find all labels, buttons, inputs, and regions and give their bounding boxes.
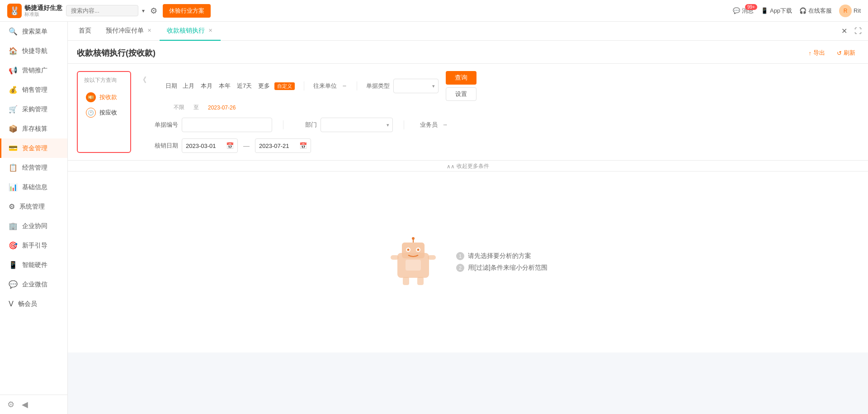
date-label: 日期 <box>155 82 177 90</box>
online-service-btn[interactable]: 🎧 在线客服 <box>799 7 832 15</box>
empty-tip-2: 2 用[过滤]条件来缩小分析范围 <box>456 264 547 272</box>
sidebar-settings-icon[interactable]: ⚙ <box>7 400 14 409</box>
docnum-input[interactable] <box>182 118 272 132</box>
doctype-select[interactable] <box>393 79 439 93</box>
brand-name: 畅捷通好生意 <box>24 4 62 12</box>
divider <box>304 81 304 90</box>
sidebar-item-enterprise[interactable]: 🏢 企业协同 <box>0 216 67 236</box>
dept-select-wrap <box>321 118 393 132</box>
hardware-icon: 📱 <box>9 261 18 269</box>
dropdown-btn[interactable]: ▾ <box>142 8 145 14</box>
query-type-by-receivable[interactable]: 🕐 按应收 <box>84 105 124 120</box>
sidebar-item-sales[interactable]: 💰 销售管理 <box>0 80 67 100</box>
refresh-label: 刷新 <box>844 49 855 57</box>
partner-ellipsis-btn[interactable]: ··· <box>340 82 347 90</box>
svg-point-4 <box>407 249 410 251</box>
verify-date-end-wrap: 📅 <box>255 138 311 153</box>
partner-label: 往来单位 <box>313 82 337 90</box>
divider2 <box>357 81 357 90</box>
collapse-more-row: ∧∧ 收起更多条件 <box>68 161 868 171</box>
tab-prepay[interactable]: 预付冲应付单 ✕ <box>99 22 160 41</box>
receipt-icon: 💴 <box>86 92 96 102</box>
tab-collection-close[interactable]: ✕ <box>208 27 213 34</box>
sidebar-item-wechat[interactable]: 💬 企业微信 <box>0 275 67 294</box>
salesperson-ellipsis-btn[interactable]: ··· <box>441 121 448 129</box>
sidebar-collapse-icon[interactable]: ◀ <box>22 400 28 409</box>
sidebar-item-label: 搜索菜单 <box>22 28 47 36</box>
empty-tip-1: 1 请先选择要分析的方案 <box>456 252 531 260</box>
panel-collapse-btn[interactable]: 《 <box>138 75 147 86</box>
sidebar-item-label: 资金管理 <box>22 144 47 152</box>
tab-prepay-close[interactable]: ✕ <box>146 27 152 34</box>
sidebar-item-operation[interactable]: 📋 经营管理 <box>0 158 67 177</box>
messages-btn[interactable]: 💬 消息 99+ <box>733 7 754 15</box>
collapse-more-label: 收起更多条件 <box>457 162 489 170</box>
messages-badge: 99+ <box>745 4 757 10</box>
svg-rect-1 <box>402 243 425 258</box>
basic-info-icon: 📊 <box>9 183 18 191</box>
logo-text: 畅捷通好生意 标准版 <box>24 4 62 18</box>
chevron-up-icon: ∧∧ <box>447 163 455 170</box>
date-to-label: 至 <box>193 104 199 111</box>
export-btn[interactable]: ↑ 导出 <box>805 47 829 59</box>
marketing-icon: 📢 <box>9 66 18 75</box>
industry-btn[interactable]: 休验行业方案 <box>163 4 211 18</box>
dept-label: 部门 <box>294 121 317 129</box>
date-more-btn[interactable]: 更多 <box>256 81 272 91</box>
tab-maximize-btn[interactable]: ⛶ <box>852 25 864 37</box>
sidebar-item-vip[interactable]: Ⅴ 畅会员 <box>0 294 67 314</box>
settings-icon[interactable]: ⚙ <box>148 4 159 18</box>
user-profile[interactable]: R Rit <box>839 5 861 17</box>
partner-filter-item: 往来单位 ··· <box>313 82 347 90</box>
filter-form: 日期 上月 本月 本年 近7天 更多 自定义 <box>155 71 859 153</box>
sidebar-item-quick-nav[interactable]: 🏠 快捷导航 <box>0 41 67 61</box>
verify-date-filter-item: 核销日期 📅 — 📅 <box>155 138 311 153</box>
logo-icon: 🐰 <box>7 4 22 18</box>
user-name: Rit <box>854 7 861 14</box>
sidebar-item-label: 库存核算 <box>22 125 47 133</box>
date-custom-badge[interactable]: 自定义 <box>274 82 295 90</box>
svg-point-5 <box>417 249 420 251</box>
date-last-month-btn[interactable]: 上月 <box>181 81 196 91</box>
dept-filter-item: 部门 <box>294 118 393 132</box>
app-download-btn[interactable]: 📱 App下载 <box>761 7 792 15</box>
sidebar-item-purchase[interactable]: 🛒 采购管理 <box>0 100 67 119</box>
sidebar-item-inventory[interactable]: 📦 库存核算 <box>0 119 67 138</box>
sidebar-item-marketing[interactable]: 📢 营销推广 <box>0 61 67 80</box>
verify-date-end-input[interactable] <box>259 143 297 149</box>
tab-collection[interactable]: 收款核销执行 ✕ <box>160 22 221 41</box>
sidebar-item-hardware[interactable]: 📱 智能硬件 <box>0 255 67 275</box>
sidebar-item-fund[interactable]: 💳 资金管理 <box>0 138 67 158</box>
sidebar-item-label: 企业微信 <box>22 281 47 289</box>
sidebar-item-guide[interactable]: 🎯 新手引导 <box>0 236 67 255</box>
svg-rect-10 <box>391 255 399 260</box>
message-icon: 💬 <box>733 7 740 14</box>
sidebar: 🔍 搜索菜单 🏠 快捷导航 📢 营销推广 💰 销售管理 🛒 采购管理 📦 库存核… <box>0 22 68 414</box>
date-nolimit-row: 不限 至 2023-07-26 <box>155 104 859 111</box>
main-layout: 🔍 搜索菜单 🏠 快捷导航 📢 营销推广 💰 销售管理 🛒 采购管理 📦 库存核… <box>0 22 868 414</box>
page-header: 收款核销执行(按收款) ↑ 导出 ↺ 刷新 <box>68 41 868 64</box>
date-this-month-btn[interactable]: 本月 <box>199 81 214 91</box>
guide-icon: 🎯 <box>9 241 18 250</box>
verify-date-start-input[interactable] <box>186 143 224 149</box>
search-input[interactable] <box>66 5 138 16</box>
doctype-label: 单据类型 <box>366 82 390 90</box>
tab-close-all-btn[interactable]: ✕ <box>839 25 850 37</box>
sidebar-item-search[interactable]: 🔍 搜索菜单 <box>0 22 67 41</box>
sidebar-item-system[interactable]: ⚙ 系统管理 <box>0 197 67 216</box>
settings-btn[interactable]: 设置 <box>446 87 476 101</box>
date-7days-btn[interactable]: 近7天 <box>235 81 254 91</box>
tab-home[interactable]: 首页 <box>71 22 99 41</box>
query-type-by-receipt[interactable]: 💴 按收款 <box>84 90 124 105</box>
sidebar-item-basic-info[interactable]: 📊 基础信息 <box>0 177 67 197</box>
verify-date-start-cal-icon[interactable]: 📅 <box>226 142 234 149</box>
date-this-year-btn[interactable]: 本年 <box>217 81 232 91</box>
refresh-btn[interactable]: ↺ 刷新 <box>833 47 859 59</box>
query-btn[interactable]: 查询 <box>446 71 476 85</box>
date-quick-btns: 上月 本月 本年 近7天 更多 自定义 <box>181 81 295 91</box>
empty-tips: 1 请先选择要分析的方案 2 用[过滤]条件来缩小分析范围 <box>456 252 547 272</box>
headset-icon: 🎧 <box>799 7 807 14</box>
verify-date-end-cal-icon[interactable]: 📅 <box>299 142 307 149</box>
dept-select[interactable] <box>321 118 393 132</box>
collapse-more-btn[interactable]: ∧∧ 收起更多条件 <box>447 162 489 170</box>
